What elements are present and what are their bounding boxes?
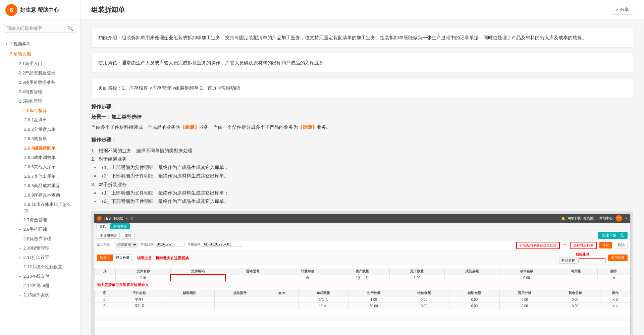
- intro-block-2: 使用角色：通常由生产人员或库管人员完成拆装业务的操作，库管人员确认原材料的出库和…: [91, 53, 633, 73]
- mock-th: 剩余分摊: [550, 290, 600, 296]
- mock-td: [265, 296, 298, 303]
- sidebar-item-label: 2.4销售管理: [19, 89, 42, 95]
- sidebar-item-27[interactable]: + 2.7资金管理: [9, 215, 80, 225]
- mock-field-date: 单据日期: [140, 242, 185, 247]
- sidebar-item-22[interactable]: 2.2产品安装及登录: [9, 68, 80, 78]
- mock-btn-apply[interactable]: 套用套餐: [608, 255, 628, 261]
- mock-td: 1: [95, 275, 116, 281]
- sidebar-item-label: 2.14常见问题: [23, 283, 49, 289]
- mock-toggle-bar: 数量： 已入数量 组装业务、拆卸业务在这里切换 启用处理 料品名称: [94, 250, 630, 265]
- expand-icon: +: [19, 236, 21, 241]
- mock-btn-delete[interactable]: 删除: [122, 232, 135, 239]
- mock-td: ✕ ⊞: [600, 303, 630, 309]
- sidebar-item-26[interactable]: − 2.6库存核算: [9, 106, 80, 115]
- mock-td: 1.00: [390, 275, 444, 281]
- sidebar-item-24[interactable]: 2.4销售管理: [9, 87, 80, 97]
- content-area: 功能介绍：组装拆卸单用来处理企业组装或拆卸等加工业务，支持有固定装配清单的产品加…: [80, 20, 644, 335]
- share-icon: ↗: [615, 7, 619, 12]
- sidebar-item-label: 2.8手机旺铺: [23, 226, 47, 232]
- sidebar-item-label: 2.6.10库存账本错了怎么办: [24, 202, 75, 214]
- mock-tab-new[interactable]: 新增单据: [110, 223, 130, 229]
- app-title: 好生意 帮助中心: [20, 7, 59, 14]
- step-2-1: （1）上部明细为父件明细，最终作为产成品生成其它入库单；: [99, 163, 633, 172]
- mock-btn-cancel[interactable]: 取消: [615, 242, 628, 248]
- mock-table-area: 序 父件名称 父件编码 规格型号 计量单位 生产数量 完工数量 成品金额 成本金…: [94, 265, 630, 335]
- expand-icon: +: [19, 274, 21, 279]
- search-bar: 🔍: [0, 20, 80, 36]
- sidebar-item-23[interactable]: 2.3使用前数据准备: [9, 78, 80, 87]
- mock-th: 操作: [600, 290, 630, 296]
- mock-td: 0.00: [399, 303, 449, 309]
- collapse-icon: −: [5, 52, 8, 57]
- mock-th: 辅助金额: [449, 290, 499, 296]
- table-row: [95, 309, 630, 315]
- mock-tab-home[interactable]: 首页: [96, 223, 109, 229]
- mock-select-type[interactable]: 组装单据 拆卸单据: [115, 242, 138, 247]
- sidebar-item-docs[interactable]: − 2.帮助文档: [0, 49, 80, 59]
- sidebar-item-2610[interactable]: 2.6.10库存账本错了怎么办: [15, 200, 80, 215]
- sidebar-item-214[interactable]: + 2.14常见问题: [9, 281, 80, 290]
- mock-label-type: 加工类型：: [97, 242, 114, 247]
- mock-btn-switch[interactable]: 未使用单据: [97, 232, 120, 239]
- sidebar-item-261[interactable]: 2.6.1盘点单: [15, 115, 80, 125]
- mock-btn-save[interactable]: 保存: [599, 242, 612, 248]
- mock-input-date[interactable]: [155, 242, 185, 247]
- mock-th: 成品金额: [444, 268, 499, 275]
- step-3-1: （1）上部明细为父件明细，最终作为原材料生成其它出库单；: [99, 189, 633, 197]
- sidebar-item-212[interactable]: + 2.12系统个性化设置: [9, 262, 80, 272]
- share-button[interactable]: ↗ 分享: [611, 5, 633, 15]
- sidebar-item-label: 2.10经营管理: [23, 245, 49, 251]
- sidebar-item-label: 2.13在线支付: [23, 273, 49, 279]
- sidebar-item-268[interactable]: 2.6.8商品成本重算: [15, 181, 80, 190]
- mock-td: 台: [280, 275, 335, 281]
- mock-btn-new[interactable]: 新建单据一览: [598, 232, 628, 239]
- sidebar-item-25[interactable]: 2.5采购管理: [9, 97, 80, 106]
- sidebar-item-215[interactable]: + 2.15操作案例: [9, 290, 80, 300]
- sidebar-item-265[interactable]: 2.6.5成本调整单: [15, 153, 80, 162]
- sub-steps-disassemble: （1）上部明细为父件明细，最终作为原材料生成其它出库单； （2）下部明细为子件明…: [91, 189, 633, 206]
- mock-th: 费用分摊: [499, 290, 550, 296]
- mock-th: 完工数量: [390, 268, 444, 275]
- sidebar-item-213[interactable]: + 2.13在线支付: [9, 272, 80, 281]
- mock-input-no[interactable]: [202, 242, 242, 247]
- mock-btn-bom[interactable]: 选择对应料单: [570, 242, 597, 249]
- sidebar-item-264[interactable]: 2.6.4组装拆卸单: [15, 144, 80, 153]
- sidebar-item-label: 2.6.7其他出库单: [24, 173, 56, 179]
- mock-th: 序: [95, 290, 114, 296]
- sidebar-item-263[interactable]: 2.6.3调拨单: [15, 134, 80, 144]
- mock-btn-qty[interactable]: 数量：: [97, 255, 113, 261]
- sidebar-item-video[interactable]: + 1.视频学习: [0, 39, 80, 49]
- intro-text-3: 页面路径：1、库存核算->库存管理->组装拆卸单 2、首页->常用功能: [98, 84, 626, 92]
- mock-toolbar: 未使用单据 删除 新建单据一览: [94, 230, 630, 240]
- sidebar-item-21[interactable]: 2.1新手入门: [9, 59, 80, 68]
- step-3-2: （2）下部明细为子件明细，最终作为产成品生成其它入库单。: [99, 197, 633, 206]
- sidebar-item-262[interactable]: 2.6.2分量盘点单: [15, 125, 80, 134]
- mock-field-type: 加工类型： 组装单据 拆卸单据: [97, 242, 138, 247]
- sidebar-item-28[interactable]: + 2.8手机旺铺: [9, 225, 80, 234]
- search-input[interactable]: [7, 26, 67, 31]
- mock-label-date: 单据日期: [140, 242, 154, 247]
- mock-th: 辅助属性: [164, 290, 215, 296]
- expand-icon: +: [19, 293, 21, 298]
- sidebar-item-211[interactable]: + 2.11打印设置: [9, 253, 80, 262]
- intro-text-2: 使用角色：通常由生产人员或库管人员完成拆装业务的操作，库管人员确认原材料的出库和…: [98, 59, 626, 67]
- nav-sub-docs: 2.1新手入门 2.2产品安装及登录 2.3使用前数据准备 2.4销售管理 2.…: [0, 59, 80, 300]
- expand-icon: +: [19, 246, 21, 251]
- nav-sub2: 2.6.1盘点单 2.6.2分量盘点单 2.6.3调拨单 2.6.4组装拆卸单 …: [9, 115, 80, 215]
- sidebar-item-267[interactable]: 2.6.7其他出库单: [15, 172, 80, 181]
- page-title: 组装拆卸单: [91, 5, 125, 14]
- mock-th: 可用量: [554, 268, 598, 275]
- mock-th: 单耗数量: [298, 290, 348, 296]
- sidebar-item-266[interactable]: 2.6.6其他入库单: [15, 162, 80, 172]
- sidebar-item-269[interactable]: 2.6.9库存账本查询: [15, 190, 80, 200]
- sidebar-item-label: 2.7资金管理: [23, 217, 47, 223]
- table-row: [95, 321, 630, 327]
- mock-app-title: TEST-H002: [104, 216, 123, 220]
- sidebar-item-210[interactable]: + 2.10经营管理: [9, 243, 80, 253]
- mock-td: 零件 2: [114, 303, 164, 309]
- table-row: [95, 315, 630, 321]
- mock-input-product[interactable]: [579, 258, 605, 263]
- table-row: 1 关米 台 1(件→1) 1.00 0.00: [95, 275, 630, 281]
- intro-block-1: 功能介绍：组装拆卸单用来处理企业组装或拆卸等加工业务，支持有固定装配清单的产品加…: [91, 28, 633, 48]
- sidebar-item-29[interactable]: + 2.9优惠券管理: [9, 234, 80, 243]
